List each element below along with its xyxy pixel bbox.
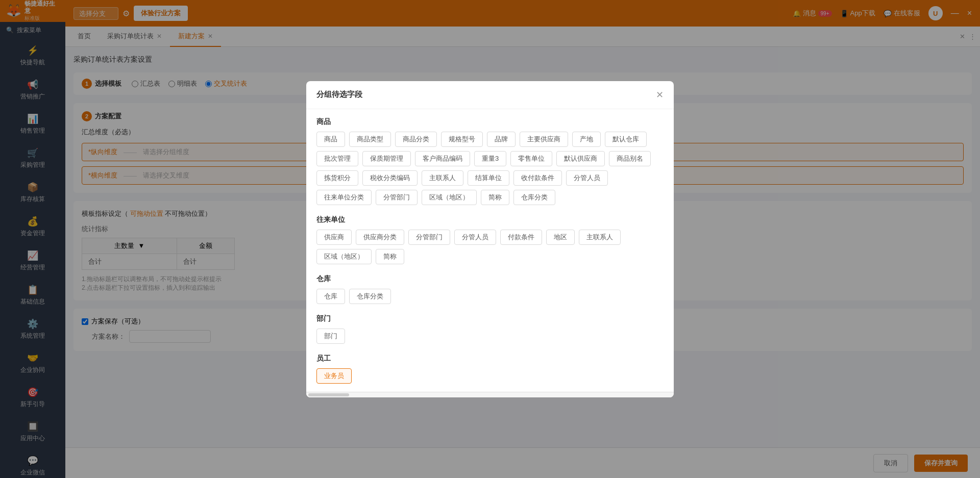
field-tag[interactable]: 主联系人	[579, 230, 621, 245]
field-tag[interactable]: 商品分类	[395, 132, 437, 147]
field-section-partner: 往来单位供应商供应商分类分管部门分管人员付款条件地区主联系人区域（地区）简称	[316, 215, 664, 264]
field-tag[interactable]: 结算单位	[468, 170, 509, 186]
field-tag[interactable]: 品牌	[487, 132, 516, 147]
field-tag[interactable]: 拣货积分	[316, 170, 358, 186]
field-tag[interactable]: 区域（地区）	[316, 249, 372, 264]
field-tag[interactable]: 规格型号	[441, 132, 483, 147]
field-tag[interactable]: 收付款条件	[513, 170, 562, 186]
field-tag[interactable]: 部门	[316, 329, 345, 344]
field-tag[interactable]: 供应商	[316, 230, 352, 245]
field-tag[interactable]: 仓库分类	[513, 190, 555, 205]
field-section-title-warehouse: 仓库	[316, 274, 664, 284]
modal-body: 商品商品商品类型商品分类规格型号品牌主要供应商产地默认仓库批次管理保质期管理客户…	[306, 109, 674, 392]
modal-header: 分组待选字段 ✕	[306, 81, 674, 109]
field-tag[interactable]: 简称	[376, 249, 404, 264]
modal: 分组待选字段 ✕ 商品商品商品类型商品分类规格型号品牌主要供应商产地默认仓库批次…	[306, 81, 674, 397]
field-tag[interactable]: 分管人员	[566, 170, 608, 186]
field-tag[interactable]: 税收分类编码	[362, 170, 418, 186]
field-tag[interactable]: 区域（地区）	[422, 190, 477, 205]
field-tag[interactable]: 仓库	[316, 289, 345, 304]
field-section-warehouse: 仓库仓库仓库分类	[316, 274, 664, 304]
field-tag[interactable]: 主联系人	[422, 170, 463, 186]
field-tags-product: 商品商品类型商品分类规格型号品牌主要供应商产地默认仓库批次管理保质期管理客户商品…	[316, 132, 664, 205]
field-tag[interactable]: 重量3	[474, 151, 506, 166]
field-tag[interactable]: 分管部门	[376, 190, 418, 205]
field-tag[interactable]: 主要供应商	[520, 132, 568, 147]
field-tag[interactable]: 地区	[546, 230, 575, 245]
field-section-product: 商品商品商品类型商品分类规格型号品牌主要供应商产地默认仓库批次管理保质期管理客户…	[316, 117, 664, 205]
field-tag[interactable]: 分管部门	[408, 230, 450, 245]
field-tag[interactable]: 分管人员	[454, 230, 496, 245]
field-section-title-product: 商品	[316, 117, 664, 127]
modal-hscroll[interactable]	[306, 392, 674, 397]
field-tag[interactable]: 默认供应商	[556, 151, 605, 166]
field-tag[interactable]: 零售单位	[510, 151, 552, 166]
field-section-department: 部门部门	[316, 314, 664, 344]
field-tag[interactable]: 付款条件	[500, 230, 542, 245]
field-tag[interactable]: 批次管理	[316, 151, 358, 166]
field-tag[interactable]: 保质期管理	[362, 151, 411, 166]
field-tags-department: 部门	[316, 329, 664, 344]
field-section-title-partner: 往来单位	[316, 215, 664, 224]
field-tag[interactable]: 客户商品编码	[415, 151, 470, 166]
field-tag[interactable]: 供应商分类	[356, 230, 404, 245]
modal-close-btn[interactable]: ✕	[656, 89, 664, 100]
modal-title: 分组待选字段	[316, 90, 362, 99]
field-tag[interactable]: 业务员	[316, 368, 352, 384]
field-tags-employee: 业务员	[316, 368, 664, 384]
hscroll-thumb	[308, 393, 349, 396]
field-section-employee: 员工业务员	[316, 354, 664, 384]
field-section-title-department: 部门	[316, 314, 664, 323]
field-tag[interactable]: 商品	[316, 132, 345, 147]
field-tag[interactable]: 仓库分类	[349, 289, 391, 304]
field-tag[interactable]: 商品类型	[349, 132, 391, 147]
field-tag[interactable]: 产地	[572, 132, 601, 147]
field-tag[interactable]: 往来单位分类	[316, 190, 372, 205]
field-section-title-employee: 员工	[316, 354, 664, 363]
field-tags-warehouse: 仓库仓库分类	[316, 289, 664, 304]
modal-overlay: 分组待选字段 ✕ 商品商品商品类型商品分类规格型号品牌主要供应商产地默认仓库批次…	[0, 0, 980, 478]
field-tag[interactable]: 简称	[481, 190, 509, 205]
field-tag[interactable]: 商品别名	[609, 151, 651, 166]
field-tags-partner: 供应商供应商分类分管部门分管人员付款条件地区主联系人区域（地区）简称	[316, 230, 664, 264]
field-tag[interactable]: 默认仓库	[605, 132, 647, 147]
